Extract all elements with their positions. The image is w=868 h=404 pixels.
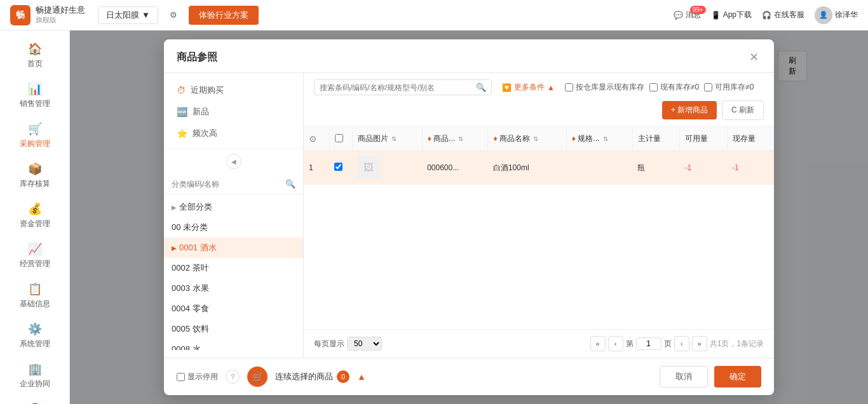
next-page-button[interactable]: › bbox=[674, 336, 689, 351]
category-search-input[interactable] bbox=[172, 180, 283, 189]
category-item-all[interactable]: ▶ 全部分类 bbox=[164, 197, 303, 217]
online-service-item[interactable]: 🎧 在线客服 bbox=[762, 10, 804, 20]
cell-index: 1 bbox=[304, 151, 329, 185]
app-download-item[interactable]: 📱 App下载 bbox=[711, 10, 752, 20]
sidebar-label-company: 企业协同 bbox=[20, 379, 50, 389]
modal-footer: 显示停用 ? 🛒 连续选择的商品 0 ▲ 取消 确定 bbox=[164, 358, 774, 395]
more-filter-button[interactable]: 🔽 更多条件 ▲ bbox=[497, 79, 560, 95]
sidebar-item-basic[interactable]: 📋 基础信息 bbox=[0, 276, 69, 316]
sidebar-item-business[interactable]: 📈 经营管理 bbox=[0, 236, 69, 276]
category-item-0001[interactable]: ▶ 0001 酒水 bbox=[164, 238, 303, 258]
sidebar-item-system[interactable]: ⚙️ 系统管理 bbox=[0, 316, 69, 356]
sidebar-item-home[interactable]: 🏠 首页 bbox=[0, 36, 69, 76]
continue-select: 连续选择的商品 0 bbox=[275, 370, 349, 383]
category-item-0002[interactable]: 0002 茶叶 bbox=[164, 258, 303, 278]
business-icon: 📈 bbox=[28, 242, 42, 256]
cancel-button[interactable]: 取消 bbox=[660, 366, 708, 387]
checkbox-available-not-zero[interactable]: 现有库存≠0 bbox=[649, 82, 699, 93]
sidebar-item-inventory[interactable]: 📦 库存核算 bbox=[0, 156, 69, 196]
category-item-0008[interactable]: 0008 水 bbox=[164, 339, 303, 350]
user-item[interactable]: 👤 徐泽华 bbox=[815, 6, 858, 24]
checkbox-usable-not-zero[interactable]: 可用库存≠0 bbox=[704, 82, 754, 93]
product-search-box: 🔍 bbox=[314, 79, 492, 95]
left-nav-frequent-label: 频次高 bbox=[193, 128, 217, 139]
footer-right: 取消 确定 bbox=[660, 366, 761, 387]
category-item-00[interactable]: 00 未分类 bbox=[164, 217, 303, 238]
sidebar-label-system: 系统管理 bbox=[20, 339, 50, 349]
cell-spec bbox=[566, 151, 632, 185]
checkbox-warehouse[interactable]: 按仓库显示现有库存 bbox=[565, 82, 644, 93]
avatar: 👤 bbox=[815, 6, 832, 24]
collapse-left-button[interactable]: ◀ bbox=[226, 154, 241, 169]
page-total: 共1页，1条记录 bbox=[710, 339, 764, 349]
sidebar-item-finance[interactable]: 💰 资金管理 bbox=[0, 196, 69, 236]
company-icon: 🏢 bbox=[28, 362, 42, 376]
topbar-right: 💬 消息 99+ 📱 App下载 🎧 在线客服 👤 徐泽华 bbox=[674, 6, 858, 24]
left-nav-frequent[interactable]: ⭐ 频次高 bbox=[172, 124, 295, 143]
left-nav-new[interactable]: 🆕 新品 bbox=[172, 102, 295, 121]
sidebar-item-company[interactable]: 🏢 企业协同 bbox=[0, 356, 69, 396]
message-badge: 99+ bbox=[690, 6, 706, 14]
sidebar-item-purchase[interactable]: 🛒 采购管理 bbox=[0, 116, 69, 156]
product-search-input[interactable] bbox=[320, 83, 473, 92]
message-icon-item[interactable]: 💬 消息 99+ bbox=[674, 10, 701, 20]
table-row[interactable]: 1 🖼 000600... 白酒100ml bbox=[304, 151, 774, 185]
new-icon: 🆕 bbox=[177, 107, 187, 117]
content-area: 查询 设置 刷新 商品参照 ✕ ⏱ bbox=[70, 30, 868, 404]
inventory-icon: 📦 bbox=[28, 162, 42, 176]
category-item-0003[interactable]: 0003 水果 bbox=[164, 278, 303, 299]
modal-title: 商品参照 bbox=[177, 51, 217, 64]
nav-dropdown[interactable]: 日太阳膜 ▼ bbox=[98, 6, 158, 24]
confirm-button[interactable]: 确定 bbox=[714, 366, 761, 387]
sidebar-label-sales: 销售管理 bbox=[20, 98, 50, 109]
refresh-button[interactable]: C 刷新 bbox=[722, 100, 764, 120]
left-panel-top: ⏱ 近期购买 🆕 新品 ⭐ 频次高 bbox=[164, 81, 303, 149]
first-page-button[interactable]: « bbox=[590, 336, 606, 351]
help-icon[interactable]: ? bbox=[226, 370, 240, 384]
left-nav-recent[interactable]: ⏱ 近期购买 bbox=[172, 81, 295, 100]
basic-icon: 📋 bbox=[28, 282, 42, 296]
table-header-row: ⚙ 商品图片 ⇅ bbox=[304, 127, 774, 151]
show-disabled-checkbox[interactable]: 显示停用 bbox=[177, 372, 218, 382]
filter-icon: 🔽 bbox=[502, 83, 512, 92]
modal-close-button[interactable]: ✕ bbox=[746, 50, 761, 65]
prev-page-button[interactable]: ‹ bbox=[608, 336, 623, 351]
category-item-0005[interactable]: 0005 饮料 bbox=[164, 319, 303, 339]
page-label: 第 bbox=[626, 339, 634, 349]
select-all-checkbox[interactable] bbox=[335, 134, 343, 142]
page-size-select: 每页显示 50 10 20 100 bbox=[314, 337, 382, 351]
sales-icon: 📊 bbox=[28, 82, 42, 96]
th-available: 可用量 bbox=[680, 127, 728, 151]
th-stock: 现存量 bbox=[727, 127, 774, 151]
cart-icon[interactable]: 🛒 bbox=[247, 367, 268, 387]
page-size-dropdown[interactable]: 50 10 20 100 bbox=[347, 337, 382, 351]
recent-icon: ⏱ bbox=[177, 85, 186, 95]
add-product-button[interactable]: + 新增商品 bbox=[662, 101, 717, 119]
page-navigation: « ‹ 第 页 › » 共1页，1条记录 bbox=[590, 336, 764, 351]
page-number-input[interactable] bbox=[636, 337, 661, 350]
sidebar-item-guide[interactable]: 🎯 新手引导 bbox=[0, 396, 69, 404]
collapse-area: ◀ bbox=[164, 149, 303, 174]
th-spec: ♦ 规格... ⇅ bbox=[566, 127, 632, 151]
product-search-icon[interactable]: 🔍 bbox=[476, 83, 486, 92]
product-table-container: ⚙ 商品图片 ⇅ bbox=[304, 127, 774, 329]
right-panel: 🔍 🔽 更多条件 ▲ 按仓库显示现有库存 bbox=[304, 73, 774, 358]
cell-stock: -1 bbox=[727, 151, 774, 185]
cell-checkbox[interactable] bbox=[329, 151, 352, 185]
logo-text: 畅捷通好生意 bbox=[36, 5, 85, 16]
modal-body: ⏱ 近期购买 🆕 新品 ⭐ 频次高 bbox=[164, 73, 774, 358]
category-search-icon[interactable]: 🔍 bbox=[285, 179, 295, 189]
th-unit: 主计量 bbox=[632, 127, 680, 151]
cell-unit: 瓶 bbox=[632, 151, 680, 185]
collapse-footer-icon[interactable]: ▲ bbox=[357, 372, 366, 382]
frequent-icon: ⭐ bbox=[177, 128, 187, 138]
sort-icon-name: ⇅ bbox=[533, 135, 538, 142]
trial-button[interactable]: 体验行业方案 bbox=[189, 6, 259, 25]
last-page-button[interactable]: » bbox=[692, 336, 707, 351]
category-item-0004[interactable]: 0004 零食 bbox=[164, 299, 303, 319]
sidebar-item-sales[interactable]: 📊 销售管理 bbox=[0, 76, 69, 116]
sort-icon-code: ⇅ bbox=[458, 135, 463, 142]
pagination-bar: 每页显示 50 10 20 100 « ‹ bbox=[304, 329, 774, 358]
settings-icon[interactable]: ⚙ bbox=[163, 5, 184, 25]
product-thumbnail: 🖼 bbox=[357, 156, 380, 179]
